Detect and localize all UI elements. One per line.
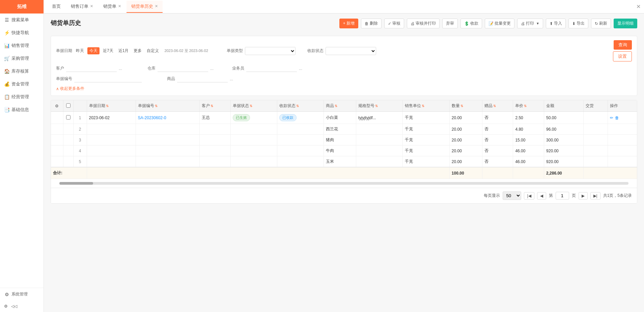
warehouse-more-icon[interactable]: ... bbox=[210, 66, 214, 71]
table-row: 3猪肉千克20.00否15.00300.00 bbox=[51, 135, 637, 146]
more-conditions-toggle[interactable]: ∧ 收起更多条件 bbox=[56, 86, 632, 92]
sidebar-item-sales-mgmt[interactable]: 📊 销售管理 bbox=[0, 39, 44, 52]
settings-bottom-icon[interactable]: ⚙ bbox=[4, 304, 8, 309]
date-tab-1month[interactable]: 近1月 bbox=[117, 47, 131, 54]
display-detail-button[interactable]: 显示明细 bbox=[614, 19, 637, 28]
cell-14: 96.00 bbox=[544, 124, 583, 135]
doc-number-link[interactable]: SA-20230602-0 bbox=[138, 115, 166, 120]
col-payment-status[interactable]: 收款状态⇅ bbox=[277, 100, 324, 112]
date-tab-yesterday[interactable]: 昨天 bbox=[74, 47, 86, 54]
cell-11: 20.00 bbox=[449, 124, 482, 135]
prev-page-button[interactable]: ◀ bbox=[537, 192, 546, 200]
review-print-button[interactable]: 🖨 审核并打印 bbox=[407, 19, 440, 28]
sidebar-item-inventory[interactable]: 🏠 库存核算 bbox=[0, 65, 44, 78]
date-tab-custom[interactable]: 自定义 bbox=[145, 47, 161, 54]
cell-12: 否 bbox=[482, 156, 513, 167]
warehouse-filter: 仓库 ... bbox=[147, 65, 214, 72]
product-input[interactable] bbox=[177, 75, 228, 82]
per-page-select[interactable]: 50 100 200 bbox=[503, 191, 521, 200]
cell-3 bbox=[87, 124, 136, 135]
sidebar-item-operations-mgmt[interactable]: 📋 经营管理 bbox=[0, 90, 44, 103]
cell-0 bbox=[51, 146, 63, 156]
collect-button[interactable]: 💲 收款 bbox=[460, 19, 482, 28]
export-button[interactable]: ⬇ 导出 bbox=[568, 19, 588, 28]
tab-sales-history[interactable]: 销货单历史 ✕ bbox=[127, 1, 163, 13]
select-all-checkbox[interactable] bbox=[66, 103, 71, 108]
print-dropdown-icon: ▼ bbox=[536, 22, 539, 25]
review-button[interactable]: ✓ 审核 bbox=[384, 19, 404, 28]
delete-button[interactable]: 🗑 删除 bbox=[361, 19, 382, 28]
h-scrollbar[interactable] bbox=[59, 182, 628, 185]
payment-status-select[interactable] bbox=[326, 47, 376, 55]
col-customer[interactable]: 客户⇅ bbox=[199, 100, 230, 112]
batch-change-button[interactable]: 📝 批量变更 bbox=[485, 19, 514, 28]
filter-settings-button[interactable]: 设置 bbox=[613, 51, 632, 61]
import-icon: ⬆ bbox=[550, 21, 553, 26]
tab-sales-order-label: 销售订单 bbox=[71, 3, 88, 9]
doc-number-input[interactable] bbox=[74, 75, 142, 82]
page-number-input[interactable] bbox=[556, 192, 569, 200]
row-checkbox[interactable] bbox=[66, 115, 71, 120]
filter-section: 单据日期 昨天 今天 近7天 近1月 更多 自定义 2023-06-02 至 2… bbox=[51, 36, 637, 96]
tab-sales-delivery-close[interactable]: ✕ bbox=[118, 4, 121, 8]
col-doc-number[interactable]: 单据编号⇅ bbox=[136, 100, 199, 112]
tab-home[interactable]: 首页 bbox=[47, 1, 65, 13]
col-spec-type[interactable]: 规格型号⇅ bbox=[356, 100, 402, 112]
cell-6 bbox=[230, 156, 277, 167]
system-mgmt-icon: ⚙ bbox=[4, 292, 9, 297]
col-unit-price[interactable]: 单价⇅ bbox=[513, 100, 544, 112]
cell-8: 玉米 bbox=[324, 156, 356, 167]
first-page-button[interactable]: |◀ bbox=[524, 192, 534, 200]
table-header-row: ⚙ 单据日期⇅ 单据编号⇅ 客户⇅ 单据状态⇅ 收款状态⇅ 商品⇅ 规格型号⇅ … bbox=[51, 100, 637, 112]
import-button[interactable]: ⬆ 导入 bbox=[546, 19, 566, 28]
col-doc-date[interactable]: 单据日期⇅ bbox=[87, 100, 136, 112]
product-more-icon[interactable]: ... bbox=[230, 77, 233, 81]
doc-type-select[interactable] bbox=[245, 47, 296, 55]
abandon-button[interactable]: 弃审 bbox=[442, 19, 458, 28]
tab-sales-history-close[interactable]: ✕ bbox=[155, 4, 158, 8]
last-page-button[interactable]: ▶| bbox=[590, 192, 600, 200]
tab-sales-delivery[interactable]: 销货单 ✕ bbox=[99, 1, 126, 13]
sidebar-item-quick-nav[interactable]: ⚡ 快捷导航 bbox=[0, 26, 44, 39]
warehouse-input[interactable] bbox=[158, 65, 208, 72]
date-tab-more[interactable]: 更多 bbox=[132, 47, 143, 54]
col-quantity[interactable]: 数量⇅ bbox=[449, 100, 482, 112]
date-tab-7days[interactable]: 近7天 bbox=[101, 47, 115, 54]
table-scroll-area[interactable]: ⚙ 单据日期⇅ 单据编号⇅ 客户⇅ 单据状态⇅ 收款状态⇅ 商品⇅ 规格型号⇅ … bbox=[51, 100, 637, 179]
col-checkbox[interactable] bbox=[63, 100, 73, 112]
col-num bbox=[73, 100, 87, 112]
sidebar-item-finance-mgmt[interactable]: 💰 资金管理 bbox=[0, 78, 44, 90]
sort-gift-icon: ⇅ bbox=[493, 104, 496, 108]
sort-doc-date-icon: ⇅ bbox=[106, 104, 109, 108]
next-page-button[interactable]: ▶ bbox=[579, 192, 588, 200]
col-settings[interactable]: ⚙ bbox=[51, 100, 63, 112]
sidebar-item-search-menu[interactable]: ☰ 搜索菜单 bbox=[0, 14, 44, 26]
tab-sales-order-close[interactable]: ✕ bbox=[90, 4, 93, 8]
print-button[interactable]: 🖨 打印 ▼ bbox=[517, 19, 543, 28]
tab-sales-order[interactable]: 销售订单 ✕ bbox=[66, 1, 98, 13]
sidebar-item-purchase-mgmt[interactable]: 🛒 采购管理 bbox=[0, 52, 44, 65]
col-product[interactable]: 商品⇅ bbox=[324, 100, 356, 112]
summary-spacer bbox=[87, 167, 449, 179]
customer-more-icon[interactable]: ... bbox=[119, 66, 122, 71]
sidebar-item-basic-info[interactable]: 📑 基础信息 bbox=[0, 103, 44, 116]
sidebar-item-system-mgmt[interactable]: ⚙ 系统管理 bbox=[0, 288, 44, 301]
salesperson-input[interactable] bbox=[246, 65, 297, 72]
action-编辑[interactable]: ✏ bbox=[610, 115, 613, 120]
date-tab-today[interactable]: 今天 bbox=[87, 47, 100, 54]
query-button[interactable]: 查询 bbox=[614, 40, 632, 50]
cell-4 bbox=[136, 124, 199, 135]
col-gift[interactable]: 赠品⇅ bbox=[482, 100, 513, 112]
h-scrollbar-thumb[interactable] bbox=[59, 182, 93, 185]
customer-input[interactable] bbox=[66, 65, 117, 72]
cell-9 bbox=[356, 146, 402, 156]
collapse-icon[interactable]: ◁◁ bbox=[11, 304, 17, 309]
refresh-button[interactable]: ↻ 刷新 bbox=[591, 19, 611, 28]
col-amount: 金额 bbox=[544, 100, 583, 112]
action-删除[interactable]: 🗑 bbox=[615, 115, 619, 120]
col-sales-unit[interactable]: 销售单位⇅ bbox=[403, 100, 449, 112]
col-doc-status[interactable]: 单据状态⇅ bbox=[230, 100, 277, 112]
tab-bar-close[interactable]: ✕ bbox=[636, 3, 641, 10]
salesperson-more-icon[interactable]: ... bbox=[299, 66, 302, 71]
new-button[interactable]: + 新增 bbox=[339, 19, 358, 28]
